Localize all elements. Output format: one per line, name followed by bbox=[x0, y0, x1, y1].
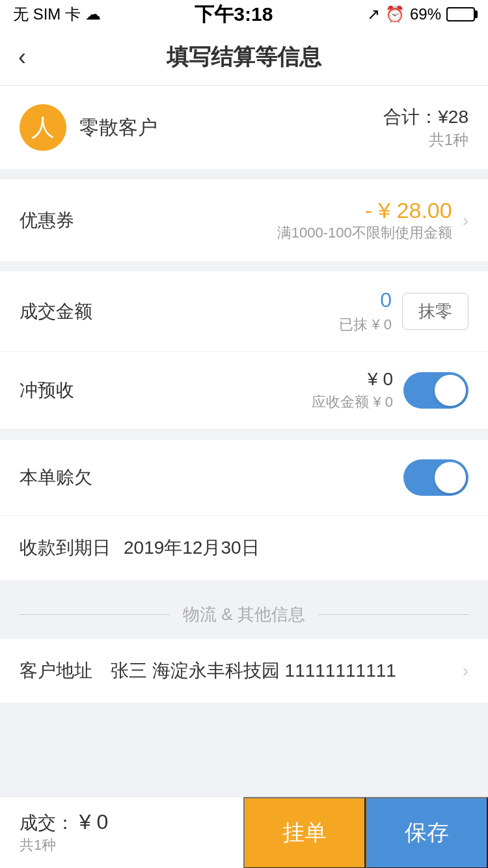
address-card[interactable]: 客户地址 张三 海淀永丰科技园 11111111111 › bbox=[0, 639, 488, 703]
debit-toggle-knob bbox=[435, 462, 466, 493]
chevron-right-icon: › bbox=[463, 210, 468, 231]
pre-receipt-row: 冲预收 ¥ 0 应收金额 ¥ 0 bbox=[0, 352, 488, 429]
nav-bar: ‹ 填写结算等信息 bbox=[0, 29, 488, 86]
toggle-knob bbox=[435, 375, 466, 406]
transaction-value: 0 bbox=[339, 288, 392, 312]
pre-receipt-right: ¥ 0 应收金额 ¥ 0 bbox=[312, 369, 468, 412]
pre-receipt-value: ¥ 0 bbox=[312, 369, 393, 390]
alarm-icon: ⏰ bbox=[385, 5, 405, 23]
status-time: 下午3:18 bbox=[195, 1, 273, 28]
debit-toggle[interactable] bbox=[403, 459, 468, 496]
bottom-transaction-row: 成交： ¥ 0 bbox=[20, 810, 224, 835]
coupon-amount: - ¥ 28.00 bbox=[277, 198, 452, 223]
pre-receipt-label: 冲预收 bbox=[20, 378, 74, 403]
due-date-value: 2019年12月30日 bbox=[124, 536, 260, 560]
logistics-header: 物流 & 其他信息 bbox=[0, 590, 488, 639]
page-title: 填写结算等信息 bbox=[167, 42, 321, 72]
due-date-label: 收款到期日 bbox=[20, 536, 111, 560]
customer-left: 人 零散客户 bbox=[20, 104, 157, 151]
transaction-row: 成交金额 0 已抹 ¥ 0 抹零 bbox=[0, 271, 488, 352]
debit-row: 本单赊欠 bbox=[0, 440, 488, 516]
customer-name: 零散客户 bbox=[79, 115, 157, 141]
address-label: 客户地址 bbox=[20, 658, 98, 683]
save-button[interactable]: 保存 bbox=[366, 797, 488, 869]
address-value: 张三 海淀永丰科技园 11111111111 bbox=[111, 658, 450, 683]
coupon-right: - ¥ 28.00 满1000-100不限制使用金额 › bbox=[277, 198, 468, 243]
status-bar: 无 SIM 卡 ☁ 下午3:18 ↗ ⏰ 69% bbox=[0, 0, 488, 29]
round-off-button[interactable]: 抹零 bbox=[402, 293, 468, 330]
transaction-sub: 已抹 ¥ 0 bbox=[339, 315, 392, 334]
pre-receipt-toggle[interactable] bbox=[403, 372, 468, 409]
coupon-label: 优惠券 bbox=[20, 208, 74, 233]
bottom-trans-label: 成交： bbox=[20, 813, 74, 833]
avatar: 人 bbox=[20, 104, 66, 151]
avatar-icon: 人 bbox=[31, 112, 55, 144]
bottom-trans-value: ¥ 0 bbox=[79, 810, 108, 834]
content-area: 人 零散客户 合计：¥28 共1种 优惠券 - ¥ 28.00 满1000-10… bbox=[0, 86, 488, 791]
customer-right: 合计：¥28 共1种 bbox=[383, 105, 468, 150]
back-button[interactable]: ‹ bbox=[18, 44, 26, 71]
bottom-summary: 成交： ¥ 0 共1种 bbox=[0, 810, 243, 855]
logistics-label: 物流 & 其他信息 bbox=[183, 603, 305, 626]
hold-button[interactable]: 挂单 bbox=[243, 797, 366, 869]
transaction-right: 0 已抹 ¥ 0 抹零 bbox=[339, 288, 468, 334]
battery-icon bbox=[446, 7, 475, 21]
customer-count: 共1种 bbox=[383, 129, 468, 150]
address-chevron-icon: › bbox=[463, 660, 468, 681]
coupon-desc: 满1000-100不限制使用金额 bbox=[277, 223, 452, 243]
signal-text: 无 SIM 卡 ☁ bbox=[13, 4, 101, 25]
status-left: 无 SIM 卡 ☁ bbox=[13, 4, 101, 25]
bottom-count: 共1种 bbox=[20, 835, 224, 855]
transaction-section: 成交金额 0 已抹 ¥ 0 抹零 冲预收 ¥ 0 应收金额 ¥ 0 bbox=[0, 271, 488, 429]
pre-receipt-sub: 应收金额 ¥ 0 bbox=[312, 392, 393, 412]
coupon-card[interactable]: 优惠券 - ¥ 28.00 满1000-100不限制使用金额 › bbox=[0, 180, 488, 261]
pre-receipt-values: ¥ 0 应收金额 ¥ 0 bbox=[312, 369, 393, 412]
customer-total: 合计：¥28 bbox=[383, 105, 468, 129]
debit-section: 本单赊欠 收款到期日 2019年12月30日 bbox=[0, 440, 488, 580]
status-right: ↗ ⏰ 69% bbox=[367, 5, 475, 23]
due-date-row: 收款到期日 2019年12月30日 bbox=[0, 516, 488, 580]
address-row[interactable]: 客户地址 张三 海淀永丰科技园 11111111111 › bbox=[0, 639, 488, 703]
location-icon: ↗ bbox=[367, 5, 380, 23]
debit-label: 本单赊欠 bbox=[20, 465, 92, 490]
coupon-row[interactable]: 优惠券 - ¥ 28.00 满1000-100不限制使用金额 › bbox=[0, 180, 488, 261]
transaction-label: 成交金额 bbox=[20, 299, 92, 324]
bottom-bar: 成交： ¥ 0 共1种 挂单 保存 bbox=[0, 796, 488, 868]
battery-text: 69% bbox=[410, 5, 441, 23]
customer-card: 人 零散客户 合计：¥28 共1种 bbox=[0, 86, 488, 169]
